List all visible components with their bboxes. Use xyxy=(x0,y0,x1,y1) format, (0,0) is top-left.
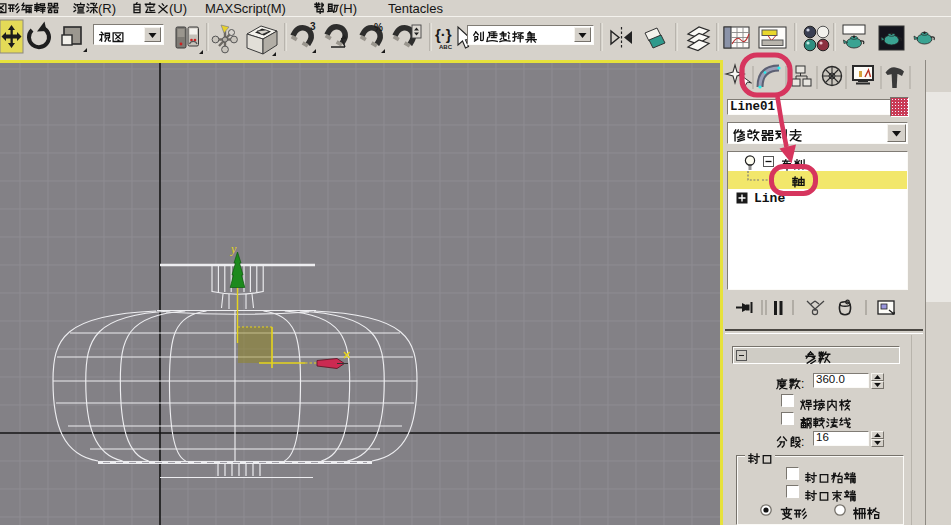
svg-text:%: % xyxy=(374,22,383,33)
svg-text:{·}: {·} xyxy=(435,26,452,43)
svg-text:3: 3 xyxy=(310,21,316,32)
svg-text:ABC: ABC xyxy=(439,44,453,50)
svg-text:y: y xyxy=(230,242,237,256)
